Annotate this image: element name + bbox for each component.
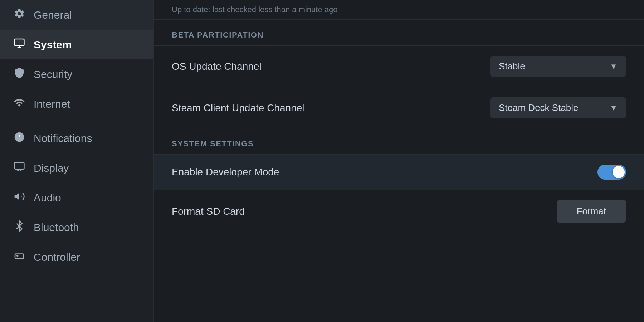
controller-icon	[13, 250, 26, 264]
chevron-down-icon: ▼	[610, 103, 618, 113]
svg-rect-0	[15, 39, 24, 46]
sidebar: GeneralSystemSecurityInternetNotificatio…	[0, 0, 154, 322]
os-update-channel-label: OS Update Channel	[172, 61, 262, 72]
sidebar-item-general[interactable]: General	[0, 0, 153, 30]
format-button[interactable]: Format	[557, 200, 626, 223]
sidebar-item-label-bluetooth: Bluetooth	[34, 221, 79, 234]
sidebar-item-label-controller: Controller	[34, 251, 80, 263]
beta-section-header: BETA PARTICIPATION	[154, 20, 644, 45]
os-update-channel-row: OS Update Channel Stable ▼	[154, 45, 644, 87]
steam-client-update-channel-row: Steam Client Update Channel Steam Deck S…	[154, 87, 644, 128]
audio-icon	[13, 191, 26, 205]
sidebar-item-label-display: Display	[34, 162, 69, 174]
sidebar-item-label-internet: Internet	[34, 98, 70, 110]
steam-client-update-channel-label: Steam Client Update Channel	[172, 102, 304, 114]
chevron-down-icon: ▼	[610, 62, 618, 71]
toggle-thumb	[613, 166, 625, 178]
os-update-channel-value: Stable	[499, 61, 525, 72]
svg-rect-6	[15, 162, 24, 169]
sidebar-item-notifications[interactable]: Notifications	[0, 123, 153, 153]
sidebar-item-display[interactable]: Display	[0, 153, 153, 183]
sidebar-item-system[interactable]: System	[0, 30, 153, 59]
bluetooth-icon	[13, 220, 26, 234]
format-sd-card-label: Format SD Card	[172, 206, 245, 217]
svg-marker-7	[15, 193, 19, 200]
format-sd-card-row: Format SD Card Format	[154, 190, 644, 233]
os-update-channel-dropdown[interactable]: Stable ▼	[490, 56, 626, 77]
status-bar: Up to date: last checked less than a min…	[154, 0, 644, 20]
system-settings-section-header: SYSTEM SETTINGS	[154, 128, 644, 154]
sidebar-item-controller[interactable]: Controller	[0, 242, 153, 272]
developer-mode-toggle[interactable]	[597, 165, 626, 180]
notifications-icon	[13, 131, 26, 145]
steam-client-update-channel-dropdown[interactable]: Steam Deck Stable ▼	[490, 97, 626, 118]
sidebar-item-security[interactable]: Security	[0, 59, 153, 89]
developer-mode-row: Enable Developer Mode	[154, 154, 644, 190]
system-icon	[13, 38, 26, 52]
sidebar-item-label-general: General	[34, 9, 72, 21]
developer-mode-label: Enable Developer Mode	[172, 166, 279, 178]
steam-client-update-channel-value: Steam Deck Stable	[499, 102, 579, 113]
sidebar-item-bluetooth[interactable]: Bluetooth	[0, 213, 153, 242]
developer-mode-toggle-container	[597, 165, 626, 180]
internet-icon	[13, 97, 26, 111]
sidebar-item-label-audio: Audio	[34, 192, 61, 204]
status-text: Up to date: last checked less than a min…	[172, 5, 338, 14]
sidebar-item-audio[interactable]: Audio	[0, 183, 153, 213]
general-icon	[13, 8, 26, 22]
sidebar-item-label-security: Security	[34, 68, 72, 80]
sidebar-item-internet[interactable]: Internet	[0, 89, 153, 119]
display-icon	[13, 161, 26, 175]
sidebar-item-label-notifications: Notifications	[34, 132, 92, 145]
security-icon	[13, 67, 26, 81]
main-content: Up to date: last checked less than a min…	[154, 0, 644, 322]
toggle-track	[597, 165, 626, 180]
sidebar-item-label-system: System	[34, 39, 72, 51]
